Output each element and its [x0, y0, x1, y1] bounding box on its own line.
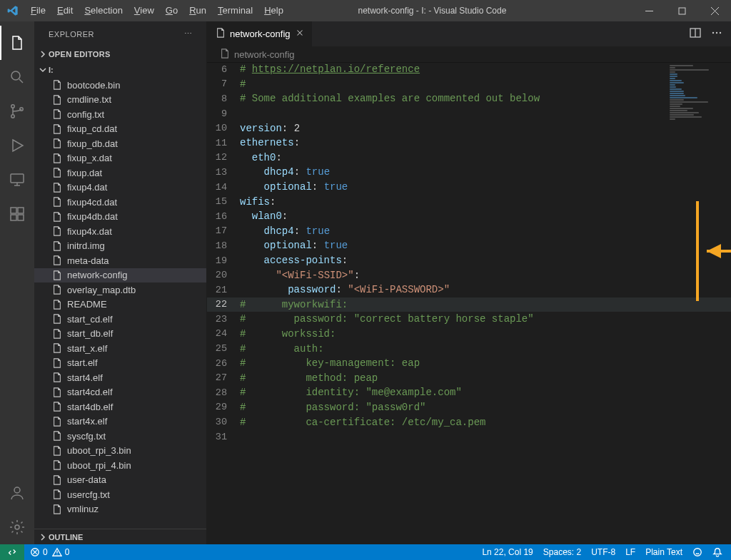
code-line[interactable]: 7# [207, 77, 731, 92]
file-item[interactable]: vmlinuz [34, 502, 206, 517]
activity-explorer-icon[interactable] [0, 26, 34, 60]
menu-help[interactable]: Help [258, 0, 289, 21]
file-item[interactable]: config.txt [34, 107, 206, 122]
code-line[interactable]: 21 password: "<WiFi-PASSWORD>" [207, 282, 731, 297]
file-item[interactable]: fixup4.dat [34, 180, 206, 195]
svg-rect-9 [18, 215, 24, 220]
status-eol[interactable]: LF [625, 547, 635, 557]
outline-section[interactable]: OUTLINE [34, 529, 206, 544]
code-line[interactable]: 6# https://netplan.io/reference [207, 62, 731, 77]
file-item[interactable]: usercfg.txt [34, 487, 206, 502]
minimap[interactable] [670, 65, 721, 540]
code-line[interactable]: 18 optional: true [207, 238, 731, 253]
code-line[interactable]: 26# key-management: eap [207, 356, 731, 371]
file-item[interactable]: uboot_rpi_3.bin [34, 444, 206, 459]
folder-section[interactable]: I: [34, 62, 206, 78]
menu-run[interactable]: Run [183, 0, 212, 21]
code-line[interactable]: 31 [207, 429, 731, 444]
activity-run-debug-icon[interactable] [0, 128, 34, 163]
code-line[interactable]: 24# workssid: [207, 327, 731, 342]
file-label: README [67, 299, 107, 310]
file-item[interactable]: start4cd.elf [34, 385, 206, 400]
file-item[interactable]: fixup4db.dat [34, 210, 206, 225]
code-line[interactable]: 30# ca-certificate: /etc/my_ca.pem [207, 414, 731, 429]
file-item[interactable]: start_x.elf [34, 341, 206, 356]
file-item[interactable]: fixup4x.dat [34, 224, 206, 239]
file-item[interactable]: README [34, 297, 206, 312]
status-feedback-icon[interactable] [692, 547, 702, 557]
file-item[interactable]: start4x.elf [34, 414, 206, 429]
file-item[interactable]: start4.elf [34, 370, 206, 385]
file-item[interactable]: syscfg.txt [34, 429, 206, 444]
explorer-more-icon[interactable]: ⋯ [184, 29, 193, 39]
status-indent[interactable]: Spaces: 2 [543, 547, 581, 557]
split-editor-icon[interactable] [690, 27, 701, 41]
menu-edit[interactable]: Edit [51, 0, 79, 21]
file-item[interactable]: meta-data [34, 253, 206, 268]
file-item[interactable]: start.elf [34, 356, 206, 371]
code-editor[interactable]: 6# https://netplan.io/reference7#8# Some… [207, 62, 731, 544]
status-cursor-position[interactable]: Ln 22, Col 19 [482, 547, 533, 557]
activity-source-control-icon[interactable] [0, 94, 34, 128]
menu-file[interactable]: File [25, 0, 51, 21]
activity-accounts-icon[interactable] [0, 476, 34, 510]
status-encoding[interactable]: UTF-8 [591, 547, 615, 557]
file-item[interactable]: fixup_db.dat [34, 136, 206, 151]
menu-view[interactable]: View [128, 0, 160, 21]
activity-extensions-icon[interactable] [0, 197, 34, 231]
open-editors-section[interactable]: OPEN EDITORS [34, 46, 206, 62]
file-item[interactable]: bootcode.bin [34, 78, 206, 93]
breadcrumb[interactable]: network-config [207, 46, 731, 62]
code-line[interactable]: 8# Some additional examples are commente… [207, 91, 731, 106]
file-icon [51, 108, 63, 120]
status-bell-icon[interactable] [712, 547, 722, 557]
file-item[interactable]: fixup.dat [34, 166, 206, 180]
code-line[interactable]: 13 dhcp4: true [207, 165, 731, 180]
file-item[interactable]: uboot_rpi_4.bin [34, 458, 206, 473]
code-line[interactable]: 20 "<WiFi-SSID>": [207, 268, 731, 282]
code-line[interactable]: 29# password: "passw0rd" [207, 400, 731, 415]
code-line[interactable]: 12 eth0: [207, 151, 731, 166]
file-item[interactable]: cmdline.txt [34, 93, 206, 108]
file-item[interactable]: start_db.elf [34, 327, 206, 342]
file-item[interactable]: user-data [34, 473, 206, 488]
status-language[interactable]: Plain Text [645, 547, 682, 557]
window-minimize-button[interactable] [632, 0, 665, 21]
code-line[interactable]: 14 optional: true [207, 180, 731, 195]
code-line[interactable]: 19 access-points: [207, 253, 731, 268]
window-maximize-button[interactable] [665, 0, 698, 21]
code-line[interactable]: 11ethernets: [207, 136, 731, 151]
activity-remote-explorer-icon[interactable] [0, 163, 34, 197]
svg-point-2 [11, 105, 14, 108]
menu-go[interactable]: Go [160, 0, 183, 21]
code-line[interactable]: 28# identity: "me@example.com" [207, 385, 731, 400]
window-close-button[interactable] [698, 0, 731, 21]
file-item[interactable]: start_cd.elf [34, 312, 206, 327]
file-item[interactable]: fixup_x.dat [34, 151, 206, 166]
menu-selection[interactable]: Selection [79, 0, 128, 21]
status-remote-button[interactable] [0, 544, 24, 560]
menu-terminal[interactable]: Terminal [212, 0, 258, 21]
tab-close-icon[interactable] [295, 28, 305, 40]
tab-network-config[interactable]: network-config [207, 21, 313, 46]
code-line[interactable]: 10version: 2 [207, 121, 731, 136]
status-errors[interactable]: 0 [30, 547, 48, 557]
file-item[interactable]: network-config [34, 268, 206, 283]
code-line[interactable]: 23# password: "correct battery horse sta… [207, 312, 731, 327]
code-line[interactable]: 27# method: peap [207, 370, 731, 385]
code-line[interactable]: 17 dhcp4: true [207, 224, 731, 239]
file-item[interactable]: overlay_map.dtb [34, 282, 206, 297]
activity-search-icon[interactable] [0, 60, 34, 94]
file-item[interactable]: start4db.elf [34, 399, 206, 414]
code-line[interactable]: 16 wlan0: [207, 209, 731, 224]
code-line[interactable]: 15wifis: [207, 194, 731, 209]
file-item[interactable]: fixup_cd.dat [34, 122, 206, 137]
editor-more-icon[interactable] [711, 27, 722, 41]
code-line[interactable]: 9 [207, 106, 731, 121]
code-line[interactable]: 22# myworkwifi: [207, 297, 731, 312]
activity-settings-icon[interactable] [0, 510, 34, 544]
file-item[interactable]: fixup4cd.dat [34, 195, 206, 210]
status-warnings[interactable]: 0 [52, 547, 70, 557]
file-item[interactable]: initrd.img [34, 239, 206, 254]
code-line[interactable]: 25# auth: [207, 341, 731, 356]
